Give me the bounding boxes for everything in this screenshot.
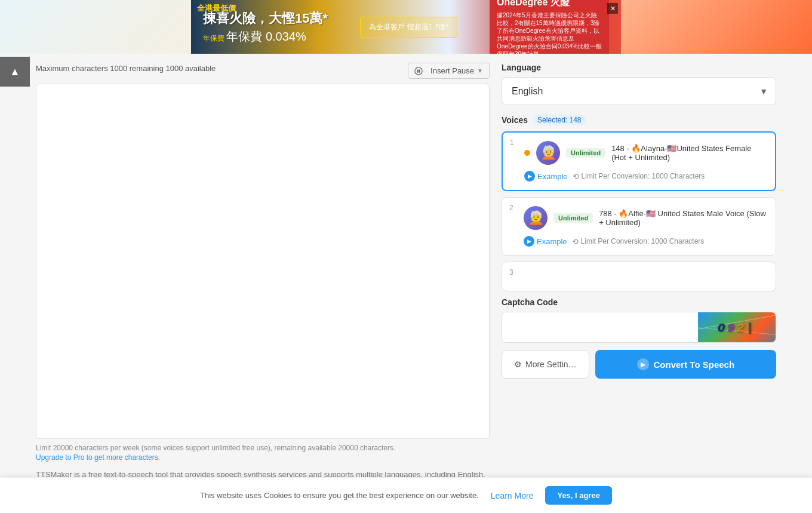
voice-card-2-header: 🧑‍🦳 Unlimited 788 - 🔥Alfie-🇺🇸 United Sta…: [512, 206, 766, 230]
ad-subtext: 年保費 年保費 0.034%: [203, 29, 328, 45]
voice-card-3[interactable]: 3: [502, 262, 776, 291]
voice-card-1[interactable]: 1 🧑‍🦳 Unlimited 148 - 🔥Alayna-🇺🇸United S…: [502, 131, 776, 191]
language-label: Language: [502, 63, 776, 72]
more-settings-button[interactable]: ⚙ More Settin…: [502, 350, 589, 379]
voice-name-1: 148 - 🔥Alayna-🇺🇸United States Female (Ho…: [611, 144, 765, 162]
captcha-image: O92|: [698, 312, 776, 343]
voice-badge-1: Unlimited: [566, 148, 605, 158]
svg-rect-1: [417, 69, 419, 72]
convert-play-icon: ▶: [637, 358, 649, 370]
ad-close-button[interactable]: ✕: [607, 3, 618, 14]
scroll-up-button[interactable]: ▲: [0, 57, 30, 87]
play-icon-1: ▶: [524, 171, 535, 182]
main-container: Maximum characters 1000 remaining 1000 a…: [0, 54, 812, 503]
action-row: ⚙ More Settin… ▶ Convert To Speech: [502, 350, 776, 379]
voice-badge-2: Unlimited: [553, 213, 593, 223]
svg-point-0: [415, 67, 422, 74]
selected-dot-icon: [524, 150, 530, 156]
limit-icon-2: ⟲: [572, 237, 579, 246]
left-panel: Maximum characters 1000 remaining 1000 a…: [36, 63, 490, 494]
voice-avatar-2: 🧑‍🦳: [524, 206, 548, 230]
voice-play-button-1[interactable]: ▶ Example: [524, 171, 568, 182]
voice-limit-info-2: ⟲ Limit Per Conversion: 1000 Characters: [572, 237, 705, 246]
voice-number-3: 3: [509, 268, 513, 277]
char-limit-info: Limit 20000 characters per week (some vo…: [36, 444, 490, 452]
insert-pause-button[interactable]: Insert Pause ▼: [408, 63, 490, 79]
text-input[interactable]: [45, 93, 480, 428]
voice-card-2[interactable]: 2 🧑‍🦳 Unlimited 788 - 🔥Alfie-🇺🇸 United S…: [502, 197, 776, 256]
voices-label: Voices: [502, 115, 528, 125]
convert-to-speech-button[interactable]: ▶ Convert To Speech: [595, 350, 776, 379]
voice-play-button-2[interactable]: ▶ Example: [524, 236, 567, 247]
char-info-row: Maximum characters 1000 remaining 1000 a…: [36, 63, 490, 79]
captcha-label: Captcha Code: [502, 297, 776, 307]
language-select[interactable]: English Chinese Japanese Korean French G…: [502, 77, 776, 105]
play-icon-2: ▶: [524, 236, 534, 247]
captcha-input[interactable]: [502, 312, 698, 342]
voice-number-2: 2: [509, 204, 513, 212]
chevron-down-icon: ▼: [477, 67, 483, 74]
voice-example-label-2: Example: [537, 237, 567, 246]
ad-right-panel: OneDegree 火险 據2024年5月香港主要保險公司之火險比較，2有關在1…: [490, 0, 609, 54]
voice-limit-text-1: Limit Per Conversion: 1000 Characters: [582, 172, 705, 180]
limit-icon-1: ⟲: [573, 172, 579, 181]
captcha-wrapper: O92|: [502, 312, 776, 343]
voice-play-row-2: ▶ Example ⟲ Limit Per Conversion: 1000 C…: [512, 236, 766, 247]
char-info-text: Maximum characters 1000 remaining 1000 a…: [36, 64, 216, 73]
upgrade-link[interactable]: Upgrade to Pro to get more characters.: [36, 453, 160, 462]
voices-header: Voices Selected: 148: [502, 115, 776, 125]
ad-promo: 為全港客戶 慳超過1.7億*: [369, 22, 448, 32]
pause-icon: [414, 67, 423, 75]
cookie-learn-more-link[interactable]: Learn More: [491, 491, 534, 500]
voice-avatar-1: 🧑‍🦳: [536, 141, 560, 165]
ad-banner: 全港最低價 揀喜火險，大慳15萬* 年保費 年保費 0.034% 為全港客戶 慳…: [0, 0, 812, 54]
voices-selected-badge: Selected: 148: [533, 115, 586, 125]
voice-example-label-1: Example: [537, 172, 568, 181]
more-settings-label: More Settin…: [525, 360, 577, 369]
voice-card-1-header: 🧑‍🦳 Unlimited 148 - 🔥Alayna-🇺🇸United Sta…: [512, 141, 765, 165]
voice-name-2: 788 - 🔥Alfie-🇺🇸 United States Male Voice…: [599, 209, 766, 227]
settings-icon: ⚙: [514, 360, 522, 369]
language-select-wrapper: English Chinese Japanese Korean French G…: [502, 77, 776, 105]
right-panel: Language English Chinese Japanese Korean…: [502, 63, 776, 494]
convert-label: Convert To Speech: [654, 360, 735, 370]
cookie-text: This website uses Cookies to ensure you …: [200, 491, 479, 500]
ad-text-small: 全港最低價: [197, 3, 236, 14]
cookie-banner: This website uses Cookies to ensure you …: [0, 477, 812, 503]
text-editor-area: [36, 84, 490, 439]
voice-limit-info-1: ⟲ Limit Per Conversion: 1000 Characters: [573, 172, 705, 181]
voice-number-1: 1: [510, 139, 514, 147]
voice-limit-text-2: Limit Per Conversion: 1000 Characters: [581, 237, 705, 245]
svg-rect-2: [419, 69, 420, 72]
cookie-agree-button[interactable]: Yes, I agree: [545, 486, 612, 503]
insert-pause-label-text: Insert Pause: [430, 66, 474, 75]
voice-play-row-1: ▶ Example ⟲ Limit Per Conversion: 1000 C…: [512, 171, 765, 182]
